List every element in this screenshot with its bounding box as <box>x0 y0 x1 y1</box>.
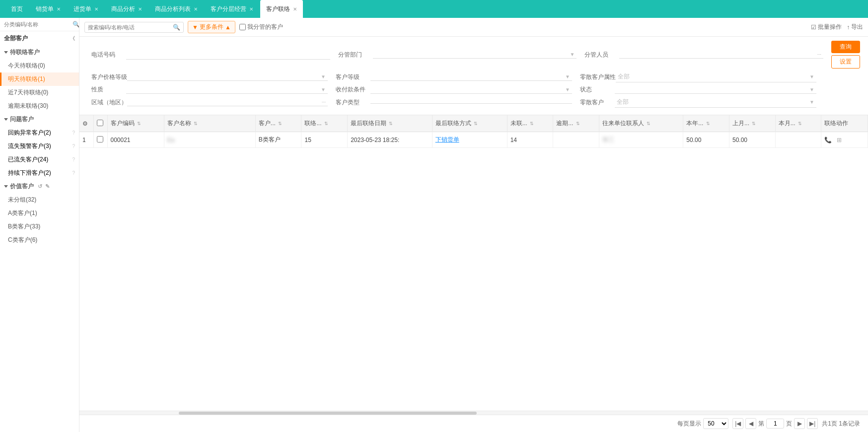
dept-select[interactable]: ▼ <box>373 51 577 59</box>
toolbar: 🔍 ▼ 更多条件 ▲ 我分管的客户 ☑ 批量操作 ↑ 导出 <box>79 18 868 37</box>
sidebar-item-ungrouped[interactable]: 未分组(32) <box>0 193 79 207</box>
first-page-button[interactable]: |◀ <box>732 418 743 429</box>
nav-customer-layered[interactable]: 客户分层经营 ✕ <box>205 0 259 18</box>
nav-close-product-analysis[interactable]: ✕ <box>138 6 142 12</box>
table-area: ⚙ 客户编码 ⇅ 客户名称 ⇅ <box>79 115 868 411</box>
help-icon-0: ? <box>72 130 75 136</box>
sidebar-item-today-pending[interactable]: 今天待联络(0) <box>0 59 79 72</box>
batch-operation-button[interactable]: ☑ 批量操作 <box>811 23 842 31</box>
export-button[interactable]: ↑ 导出 <box>847 23 863 31</box>
filter-row-3: 性质 ▼ 收付款条件 ▼ 状态 <box>87 85 860 94</box>
my-customers-checkbox[interactable] <box>239 24 246 30</box>
retail-attr-select[interactable]: 全部 ▼ <box>616 72 816 82</box>
sidebar-item-class-b[interactable]: B类客户(33) <box>0 220 79 233</box>
scrollbar-thumb[interactable] <box>179 412 477 415</box>
nav-close-sales-order[interactable]: ✕ <box>57 6 61 12</box>
sidebar-search-input[interactable] <box>4 21 72 27</box>
page-number-input[interactable] <box>766 419 784 429</box>
th-this-year[interactable]: 本年... ⇅ <box>683 115 729 132</box>
export-icon: ↑ <box>847 24 850 31</box>
search-input[interactable] <box>88 24 173 30</box>
person-select[interactable]: ··· <box>619 51 823 59</box>
person-label: 分管人员 <box>584 51 619 59</box>
action-more-icon[interactable]: ⊞ <box>837 137 842 144</box>
th-this-month[interactable]: 本月... ⇅ <box>775 115 821 132</box>
sidebar-item-declining[interactable]: 持续下滑客户(2) ? <box>0 166 79 180</box>
grade-label: 客户价格等级 <box>91 73 127 81</box>
td-action: 📞 ⊞ <box>821 132 868 148</box>
th-last-contact-date[interactable]: 最后联络日期 ⇅ <box>348 115 433 132</box>
nav-purchase-order[interactable]: 进货单 ✕ <box>68 0 104 18</box>
nav-close-customer-layered[interactable]: ✕ <box>249 6 253 12</box>
sidebar-item-repurchase-anomaly[interactable]: 回购异常客户(2) ? <box>0 126 79 140</box>
td-name: Ea <box>164 132 255 148</box>
payment-select[interactable]: ▼ <box>370 86 572 94</box>
retail-cust-select[interactable]: 全部 ▼ <box>615 97 816 108</box>
value-edit-icon[interactable]: ✎ <box>45 183 50 190</box>
search-button[interactable]: 🔍 <box>173 24 180 31</box>
nav-close-customer-contact[interactable]: ✕ <box>293 6 297 12</box>
sidebar-item-overdue-pending[interactable]: 逾期未联络(30) <box>0 99 79 113</box>
nav-close-product-analysis-list[interactable]: ✕ <box>194 6 198 12</box>
nav-product-analysis[interactable]: 商品分析 ✕ <box>105 0 148 18</box>
td-customer-type: B类客户 <box>255 132 301 148</box>
th-name[interactable]: 客户名称 ⇅ <box>164 115 255 132</box>
setting-button[interactable]: 设置 <box>831 55 860 69</box>
td-checkbox <box>93 132 107 148</box>
th-last-contact-method[interactable]: 最后联络方式 ⇅ <box>432 115 507 132</box>
grade-select[interactable]: ▼ <box>127 73 328 81</box>
sidebar-item-churn-warning[interactable]: 流失预警客户(3) ? <box>0 140 79 153</box>
query-button[interactable]: 查询 <box>831 41 860 53</box>
cust-type-select[interactable] <box>370 101 572 104</box>
phone-input[interactable] <box>126 50 330 60</box>
sidebar-item-class-a[interactable]: A类客户(1) <box>0 207 79 220</box>
th-contact-count[interactable]: 联络... ⇅ <box>301 115 348 132</box>
th-customer-type[interactable]: 客户... ⇅ <box>255 115 301 132</box>
row-checkbox-0[interactable] <box>97 136 103 143</box>
more-filter-button[interactable]: ▼ 更多条件 ▲ <box>188 21 235 33</box>
th-code[interactable]: 客户编码 ⇅ <box>107 115 164 132</box>
th-last-month[interactable]: 上月... ⇅ <box>729 115 776 132</box>
my-customers-checkbox-label[interactable]: 我分管的客户 <box>239 23 283 31</box>
sidebar-item-tomorrow-pending[interactable]: 明天待联络(1) <box>0 72 79 86</box>
settings-icon[interactable]: ⚙ <box>82 120 88 127</box>
contact-method-link[interactable]: 下销货单 <box>435 136 459 143</box>
sort-type-icon: ⇅ <box>278 121 282 126</box>
total-info: 共1页 1条记录 <box>822 420 860 428</box>
horizontal-scrollbar[interactable] <box>79 411 868 415</box>
search-box: 🔍 <box>84 22 184 33</box>
sidebar-item-7days-pending[interactable]: 近7天待联络(0) <box>0 86 79 99</box>
nature-select[interactable]: ▼ <box>126 86 328 94</box>
sidebar-item-churned[interactable]: 已流失客户(24) ? <box>0 153 79 166</box>
filter-row-4: 区域（地区） ··· 客户类型 零散客户 全部 ▼ <box>87 97 860 108</box>
td-this-month <box>775 132 821 148</box>
next-page-button[interactable]: ▶ <box>794 418 805 429</box>
th-settings: ⚙ <box>79 115 93 132</box>
nav-customer-contact[interactable]: 客户联络 ✕ <box>260 0 303 18</box>
sidebar-search-icon[interactable]: 🔍 <box>72 21 79 28</box>
per-page-select[interactable]: 50 100 200 <box>703 418 728 429</box>
nav-product-analysis-list[interactable]: 商品分析列表 ✕ <box>149 0 204 18</box>
content-area: 🔍 ▼ 更多条件 ▲ 我分管的客户 ☑ 批量操作 ↑ 导出 <box>79 18 868 432</box>
level-select[interactable]: ▼ <box>370 73 572 81</box>
nav-close-purchase-order[interactable]: ✕ <box>94 6 98 12</box>
last-page-button[interactable]: ▶| <box>807 418 818 429</box>
value-refresh-icon[interactable]: ↺ <box>38 183 42 190</box>
td-contact-count: 15 <box>301 132 348 148</box>
th-unreached[interactable]: 未联... ⇅ <box>507 115 553 132</box>
region-select[interactable]: ··· <box>127 98 328 106</box>
sidebar-item-class-c[interactable]: C类客户(6) <box>0 233 79 247</box>
person-more-icon: ··· <box>817 52 821 57</box>
th-contact-person[interactable]: 往来单位联系人 ⇅ <box>599 115 683 132</box>
pending-arrow <box>4 51 8 54</box>
all-customers-header[interactable]: 全部客户 《 <box>0 31 79 46</box>
td-contact-person: 张三 <box>599 132 683 148</box>
sort-year-icon: ⇅ <box>706 121 710 126</box>
prev-page-button[interactable]: ◀ <box>745 418 756 429</box>
status-select[interactable]: ▼ <box>615 86 816 94</box>
nav-home[interactable]: 首页 <box>5 0 29 18</box>
nav-sales-order[interactable]: 销货单 ✕ <box>30 0 67 18</box>
action-phone-icon[interactable]: 📞 <box>824 137 832 144</box>
th-overdue[interactable]: 逾期... ⇅ <box>553 115 599 132</box>
select-all-checkbox[interactable] <box>97 120 103 126</box>
